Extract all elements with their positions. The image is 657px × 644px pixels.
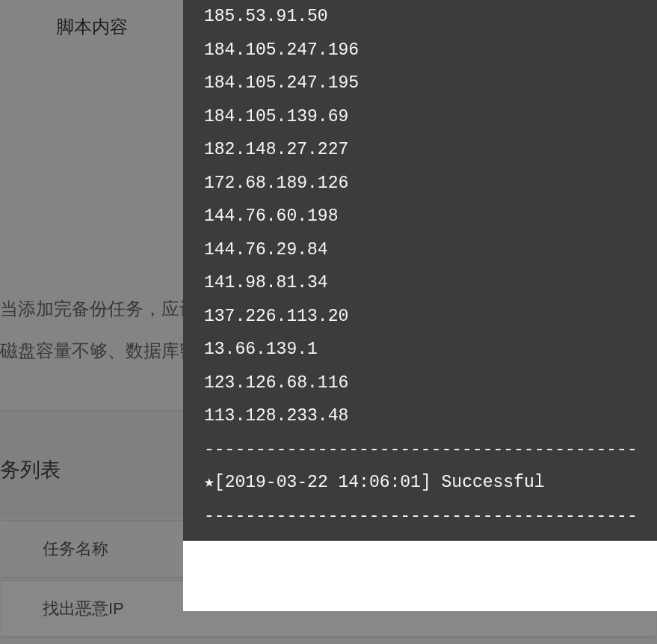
log-divider: ----------------------------------------…	[204, 433, 636, 467]
log-timestamp: [2019-03-22 14:06:01]	[215, 473, 431, 492]
log-ip-line: 13.66.139.1	[204, 333, 636, 367]
log-ip-line: 172.68.189.126	[204, 167, 636, 200]
star-icon: ★	[204, 473, 215, 492]
log-divider: ----------------------------------------…	[204, 500, 636, 533]
log-ip-line: 184.105.247.195	[204, 67, 636, 100]
log-ip-line: 184.105.247.196	[204, 34, 636, 67]
log-content[interactable]: 185.53.91.50 184.105.247.196 184.105.247…	[204, 0, 636, 533]
log-ip-line: 184.105.139.69	[204, 100, 636, 134]
log-ip-line: 113.128.233.48	[204, 399, 636, 433]
log-ip-line: 123.126.68.116	[204, 367, 636, 400]
modal-footer	[183, 541, 657, 611]
log-ip-line: 144.76.29.84	[204, 233, 636, 267]
log-ip-line: 185.53.91.50	[204, 0, 636, 34]
log-ip-line: 182.148.27.227	[204, 133, 636, 167]
log-status-text: Successful	[442, 473, 545, 492]
log-ip-line: 137.226.113.20	[204, 300, 636, 334]
log-ip-line: 144.76.60.198	[204, 200, 636, 233]
log-modal: 185.53.91.50 184.105.247.196 184.105.247…	[183, 0, 657, 541]
log-status-line: ★[2019-03-22 14:06:01] Successful	[204, 466, 636, 500]
log-ip-line: 141.98.81.34	[204, 266, 636, 300]
